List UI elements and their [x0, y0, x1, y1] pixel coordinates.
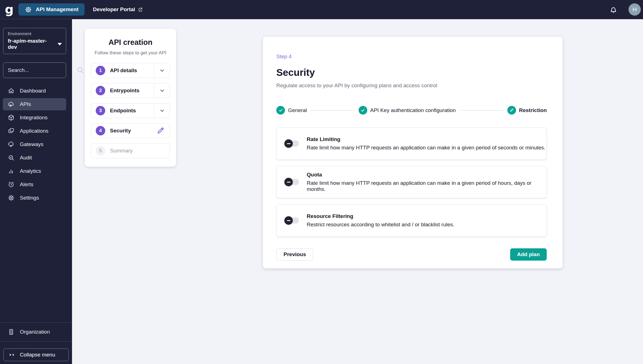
sidebar-item-organization[interactable]: Organization — [3, 326, 66, 338]
wizard-step-api-details: 1 API details — [91, 63, 170, 78]
wizard-title: API creation — [91, 38, 170, 47]
step-number-badge: 2 — [96, 86, 105, 95]
environment-label: Environment — [8, 31, 62, 36]
toggle-description: Rate limit how many HTTP requests an app… — [307, 145, 545, 151]
toggle-title: Resource Filtering — [307, 213, 454, 219]
check-icon — [359, 106, 367, 115]
sidebar-search — [3, 62, 66, 78]
sidebar-item-label: Audit — [20, 155, 32, 161]
avatar-initial: H — [632, 6, 637, 13]
previous-button[interactable]: Previous — [276, 248, 313, 261]
toggle-description: Restrict resources according to whitelis… — [307, 222, 454, 228]
developer-portal-label: Developer Portal — [93, 6, 135, 13]
stepper-label: API Key authentication configuration — [370, 107, 456, 113]
notifications-bell-icon[interactable] — [609, 5, 618, 14]
sidebar-item-label: Applications — [20, 128, 48, 134]
sidebar-item-gateways[interactable]: Gateways — [3, 138, 66, 151]
step-label: Summary — [110, 148, 133, 154]
quota-toggle[interactable] — [285, 179, 299, 185]
sidebar-item-label: Gateways — [20, 141, 43, 147]
expand-step-button[interactable] — [154, 83, 170, 98]
user-avatar[interactable]: H — [628, 3, 641, 16]
page-title: Security — [276, 67, 547, 78]
sidebar-item-apis[interactable]: APIs — [3, 98, 66, 110]
chevron-down-icon — [57, 43, 62, 45]
sidebar-item-dashboard[interactable]: Dashboard — [3, 85, 66, 97]
gear-icon — [8, 194, 15, 202]
sidebar-item-integrations[interactable]: Integrations — [3, 111, 66, 124]
stepper-item-restriction[interactable]: Restriction — [507, 106, 547, 115]
magnifier-check-icon — [8, 154, 15, 161]
sidebar-divider — [0, 322, 72, 322]
api-management-button[interactable]: API Management — [18, 3, 85, 16]
external-link-icon — [138, 7, 143, 12]
wizard-step-endpoints: 3 Endpoints — [91, 103, 170, 118]
toggle-thumb-minus-icon — [284, 216, 293, 225]
wizard-step-entrypoints: 2 Entrypoints — [91, 83, 170, 98]
sidebar-item-label: Integrations — [20, 115, 47, 121]
gear-icon — [25, 6, 32, 13]
expand-step-button[interactable] — [154, 103, 170, 118]
step-label: API details — [110, 67, 137, 74]
stepper-connector — [311, 110, 355, 111]
plan-stepper: General API Key authentication configura… — [276, 106, 547, 115]
chevron-down-icon — [159, 107, 165, 114]
toggle-thumb-minus-icon — [284, 139, 293, 148]
wizard-step-security: 4 Security — [91, 123, 170, 138]
api-creation-card: API creation Follow these steps to get y… — [85, 29, 176, 167]
stepper-label: General — [288, 107, 307, 113]
stepper-item-apikey-config[interactable]: API Key authentication configuration — [359, 106, 456, 115]
security-step-panel: Step 4 Security Regulate access to your … — [263, 37, 563, 268]
alarm-clock-icon — [8, 181, 15, 188]
sidebar-item-label: Analytics — [20, 168, 41, 174]
step-label: Entrypoints — [110, 88, 140, 94]
expand-step-button[interactable] — [154, 63, 170, 78]
step-number-badge: 4 — [96, 126, 105, 135]
step-label: Endpoints — [110, 108, 136, 114]
resource-filtering-card: Resource Filtering Restrict resources ac… — [276, 204, 547, 237]
sidebar-item-label: APIs — [20, 101, 31, 107]
sidebar-divider — [0, 341, 72, 342]
main-content: API creation Follow these steps to get y… — [72, 19, 643, 364]
edit-step-button[interactable] — [156, 127, 170, 135]
toggle-title: Quota — [307, 172, 546, 178]
step-indicator: Step 4 — [276, 54, 547, 60]
sidebar: Environment fr-apim-master-dev Dashboard — [0, 19, 72, 364]
developer-portal-link[interactable]: Developer Portal — [93, 6, 143, 13]
add-plan-button[interactable]: Add plan — [510, 248, 547, 261]
wizard-step-summary: 5 Summary — [91, 143, 170, 158]
page-description: Regulate access to your API by configuri… — [276, 82, 547, 89]
pencil-icon — [156, 127, 165, 135]
gravitee-logo: g — [0, 3, 18, 16]
cloud-gear-icon — [8, 101, 15, 108]
sidebar-item-label: Organization — [20, 329, 50, 335]
sidebar-item-audit[interactable]: Audit — [3, 152, 66, 164]
toggle-title: Rate Limiting — [307, 136, 545, 142]
search-input[interactable] — [8, 67, 76, 73]
sidebar-item-label: Settings — [20, 195, 39, 201]
api-management-label: API Management — [36, 6, 78, 13]
toggle-thumb-minus-icon — [284, 178, 293, 186]
environment-selector[interactable]: Environment fr-apim-master-dev — [3, 28, 66, 54]
sidebar-item-analytics[interactable]: Analytics — [3, 165, 66, 177]
chevron-down-icon — [159, 87, 165, 94]
search-icon — [76, 66, 85, 74]
bar-chart-icon — [8, 168, 15, 175]
sidebar-item-alerts[interactable]: Alerts — [3, 178, 66, 191]
step-number-badge: 1 — [96, 66, 105, 75]
sidebar-item-applications[interactable]: Applications — [3, 125, 66, 137]
stepper-item-general[interactable]: General — [276, 106, 307, 115]
resource-filtering-toggle[interactable] — [285, 217, 299, 224]
toggle-description: Rate limit how many HTTP requests an app… — [307, 180, 546, 192]
quota-card: Quota Rate limit how many HTTP requests … — [276, 166, 547, 198]
sidebar-item-settings[interactable]: Settings — [3, 192, 66, 204]
stepper-connector — [460, 110, 503, 111]
sidebar-item-label: Dashboard — [20, 88, 46, 94]
rate-limiting-toggle[interactable] — [285, 140, 299, 147]
collapse-menu-button[interactable]: Collapse menu — [3, 348, 69, 361]
stepper-label: Restriction — [519, 107, 547, 113]
rate-limiting-card: Rate Limiting Rate limit how many HTTP r… — [276, 127, 547, 160]
wizard-subtitle: Follow these steps to get your API — [91, 50, 170, 56]
check-icon — [276, 106, 285, 115]
environment-value: fr-apim-master-dev — [8, 38, 55, 50]
